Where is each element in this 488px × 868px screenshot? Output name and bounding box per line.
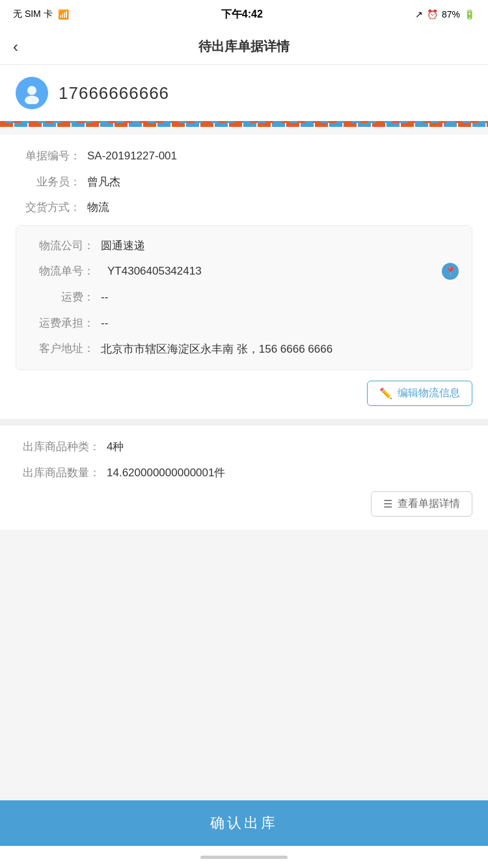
address-value: 北京市市辖区海淀区永丰南 张，156 6666 6666 bbox=[101, 340, 459, 358]
view-details-button[interactable]: ☰ 查看单据详情 bbox=[371, 491, 472, 517]
logistics-company-row: 物流公司： 圆通速递 bbox=[29, 237, 459, 254]
svg-point-0 bbox=[27, 86, 36, 95]
logistics-company-value: 圆通速递 bbox=[101, 237, 459, 254]
sim-status: 无 SIM 卡 bbox=[13, 8, 53, 20]
view-details-label: 查看单据详情 bbox=[398, 497, 460, 511]
freight-label: 运费： bbox=[29, 289, 94, 306]
home-indicator bbox=[0, 846, 488, 868]
delivery-method-value: 物流 bbox=[87, 199, 472, 216]
logistics-tracking-row: 物流单号： YT4306405342413 📍 bbox=[29, 263, 459, 280]
user-phone: 17666666666 bbox=[59, 83, 169, 103]
status-time: 下午4:42 bbox=[221, 8, 263, 21]
freight-value: -- bbox=[101, 289, 459, 306]
goods-types-label: 出库商品种类： bbox=[16, 439, 100, 455]
document-number-row: 单据编号： SA-20191227-001 bbox=[16, 148, 472, 165]
list-icon: ☰ bbox=[383, 498, 392, 510]
address-label: 客户地址： bbox=[29, 340, 94, 357]
view-details-btn-container: ☰ 查看单据详情 bbox=[16, 491, 472, 517]
logistics-tracking-value: YT4306405342413 bbox=[107, 263, 435, 280]
confirm-outbound-button[interactable]: 确认出库 bbox=[0, 800, 488, 846]
alarm-icon: ⏰ bbox=[427, 9, 438, 20]
goods-quantity-row: 出库商品数量： 14.620000000000001件 bbox=[16, 465, 472, 481]
freight-bearer-value: -- bbox=[101, 315, 459, 332]
svg-point-1 bbox=[25, 96, 39, 104]
document-number-value: SA-20191227-001 bbox=[87, 148, 472, 165]
basic-info-section: 单据编号： SA-20191227-001 业务员： 曾凡杰 交货方式： 物流 … bbox=[0, 135, 488, 419]
goods-types-row: 出库商品种类： 4种 bbox=[16, 439, 472, 455]
edit-logistics-label: 编辑物流信息 bbox=[398, 387, 460, 400]
freight-row: 运费： -- bbox=[29, 289, 459, 306]
logistics-tracking-label: 物流单号： bbox=[29, 263, 94, 280]
dashed-divider bbox=[0, 123, 488, 127]
gray-separator bbox=[0, 419, 488, 426]
empty-area bbox=[0, 530, 488, 647]
page-title: 待出库单据详情 bbox=[198, 38, 290, 55]
logistics-box: 物流公司： 圆通速递 物流单号： YT4306405342413 📍 运费： -… bbox=[16, 225, 472, 371]
avatar bbox=[16, 77, 48, 109]
salesperson-label: 业务员： bbox=[16, 174, 81, 191]
goods-types-value: 4种 bbox=[107, 439, 472, 455]
nav-bar: ‹ 待出库单据详情 bbox=[0, 29, 488, 65]
goods-quantity-value: 14.620000000000001件 bbox=[107, 465, 472, 481]
back-button[interactable]: ‹ bbox=[13, 38, 18, 56]
logistics-company-label: 物流公司： bbox=[29, 237, 94, 254]
delivery-method-row: 交货方式： 物流 bbox=[16, 199, 472, 216]
map-location-icon[interactable]: 📍 bbox=[442, 263, 459, 280]
wifi-icon: 📶 bbox=[58, 9, 69, 20]
edit-icon: ✏️ bbox=[379, 387, 392, 400]
goods-section: 出库商品种类： 4种 出库商品数量： 14.620000000000001件 ☰… bbox=[0, 426, 488, 530]
status-bar: 无 SIM 卡 📶 下午4:42 ↗ ⏰ 87% 🔋 bbox=[0, 0, 488, 29]
delivery-method-label: 交货方式： bbox=[16, 199, 81, 216]
user-header: 17666666666 bbox=[0, 65, 488, 123]
edit-logistics-btn-container: ✏️ 编辑物流信息 bbox=[16, 381, 472, 406]
location-status-icon: ↗ bbox=[415, 9, 423, 20]
status-left: 无 SIM 卡 📶 bbox=[13, 8, 69, 20]
goods-quantity-label: 出库商品数量： bbox=[16, 465, 100, 481]
document-number-label: 单据编号： bbox=[16, 148, 81, 165]
battery-icon: 🔋 bbox=[464, 9, 475, 20]
bottom-area: 确认出库 bbox=[0, 800, 488, 868]
address-row: 客户地址： 北京市市辖区海淀区永丰南 张，156 6666 6666 bbox=[29, 340, 459, 358]
battery-level: 87% bbox=[442, 9, 460, 20]
status-right: ↗ ⏰ 87% 🔋 bbox=[415, 9, 475, 20]
salesperson-value: 曾凡杰 bbox=[87, 174, 472, 191]
freight-bearer-row: 运费承担： -- bbox=[29, 315, 459, 332]
freight-bearer-label: 运费承担： bbox=[29, 315, 94, 332]
salesperson-row: 业务员： 曾凡杰 bbox=[16, 174, 472, 191]
home-bar bbox=[200, 856, 288, 859]
edit-logistics-button[interactable]: ✏️ 编辑物流信息 bbox=[367, 381, 472, 406]
